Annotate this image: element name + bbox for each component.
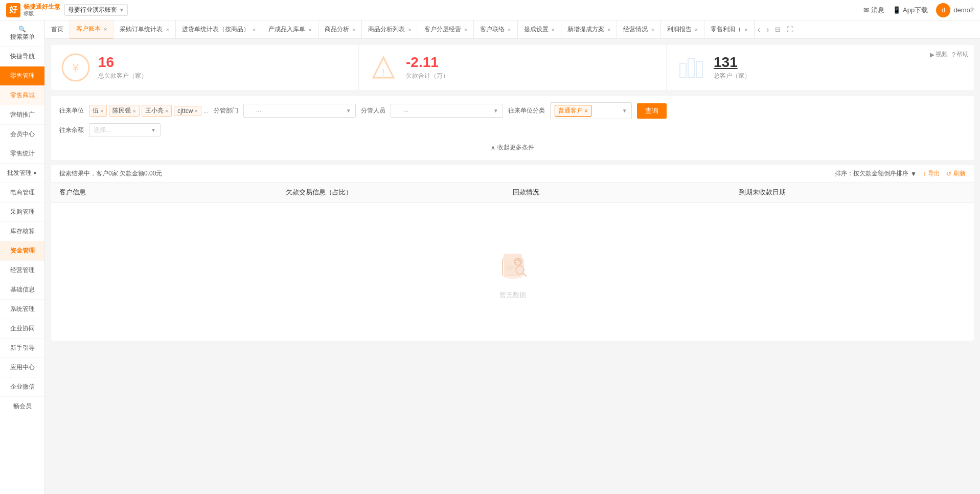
dept-more-icon[interactable]: ··· [256, 107, 261, 115]
help-btn[interactable]: ? 帮助 [952, 50, 969, 59]
export-button[interactable]: ↑ 导出 [923, 169, 940, 178]
close-icon[interactable]: × [508, 27, 511, 33]
query-button[interactable]: 查询 [637, 103, 667, 119]
search-result-info: 搜索结果中，客户0家 欠款金额0.00元 [59, 169, 162, 178]
wholesale-mgmt-label: 批发管理 [7, 169, 32, 177]
sidebar-item-enterprise-collab[interactable]: 企业协同 [0, 319, 44, 339]
close-icon[interactable]: × [166, 27, 169, 33]
close-icon[interactable]: × [552, 27, 555, 33]
tab-product-analysis[interactable]: 商品分析 × [318, 20, 362, 39]
filter-tag-wang[interactable]: 王小亮 × [142, 105, 172, 117]
sidebar: 🔍 搜索菜单 快捷导航 零售管理 零售商城 营销推广 会员中心 零售统计 批发管… [0, 20, 45, 494]
tab-product-analysis-label: 商品分析 [325, 25, 349, 34]
video-btn[interactable]: ▶ 视频 [930, 50, 948, 59]
sidebar-item-purchase-mgmt[interactable]: 采购管理 [0, 203, 44, 222]
stat-total-customers: 131 总客户（家） ▶ 视频 ? 帮助 [667, 45, 974, 90]
search-icon: 🔍 [18, 26, 26, 33]
tab-customer-contact[interactable]: 客户联络 × [474, 20, 517, 39]
sidebar-item-new-guide[interactable]: 新手引导 [0, 339, 44, 358]
sidebar-item-enterprise-wechat[interactable]: 企业微信 [0, 377, 44, 397]
category-tag-close[interactable]: × [584, 107, 588, 115]
tag-cjttcw-close[interactable]: × [194, 108, 197, 114]
sidebar-item-basic-info[interactable]: 基础信息 [0, 280, 44, 300]
stat-credit-total-label: 欠款合计（万） [406, 72, 449, 80]
user-area[interactable]: d demo2 [936, 3, 974, 17]
tab-fullscreen-btn[interactable]: ⛶ [784, 20, 796, 39]
retail-stats-label: 零售统计 [10, 150, 35, 157]
refresh-icon: ↺ [946, 170, 951, 177]
app-download-label: App下载 [903, 6, 928, 15]
svg-rect-3 [680, 63, 686, 78]
sidebar-search[interactable]: 🔍 搜索菜单 [0, 20, 44, 47]
filter-tag-wu[interactable]: 伍 × [89, 105, 107, 117]
close-icon[interactable]: × [651, 27, 654, 33]
sidebar-item-vip-member[interactable]: 畅会员 [0, 397, 44, 416]
tab-profit-report[interactable]: 利润报告 × [661, 20, 704, 39]
refresh-button[interactable]: ↺ 刷新 [946, 169, 966, 178]
close-icon[interactable]: × [104, 26, 107, 32]
account-dropdown[interactable]: 母婴行业演示账套 ▼ [64, 4, 128, 16]
filter-tag-cjttcw[interactable]: cjttcw × [174, 106, 201, 116]
sidebar-item-operation-mgmt[interactable]: 经营管理 [0, 261, 44, 280]
close-icon[interactable]: × [308, 27, 311, 33]
app-download-btn[interactable]: 📱 App下载 [893, 6, 928, 15]
category-tag-common[interactable]: 普通客户 × [555, 105, 591, 117]
person-more-icon[interactable]: ··· [403, 107, 408, 115]
sidebar-item-app-center[interactable]: 应用中心 [0, 358, 44, 377]
tag-wu-text: 伍 [93, 106, 99, 115]
tag-wu-close[interactable]: × [100, 108, 103, 114]
tab-nav-prev[interactable]: ‹ [755, 20, 763, 39]
message-btn[interactable]: ✉ 消息 [863, 6, 884, 15]
tab-expand-btn[interactable]: ⊟ [772, 20, 784, 39]
close-icon[interactable]: × [607, 27, 610, 33]
tab-nav-next[interactable]: › [763, 20, 772, 39]
tab-new-raise-plan[interactable]: 新增提成方案 × [561, 20, 617, 39]
sidebar-item-quick-nav[interactable]: 快捷导航 [0, 47, 44, 66]
dept-select[interactable]: ··· ▼ [243, 104, 356, 118]
avatar: d [936, 3, 950, 17]
sidebar-item-wholesale-mgmt[interactable]: 批发管理 ▼ [0, 164, 44, 183]
tab-product-inbound[interactable]: 产成品入库单 × [262, 20, 318, 39]
person-chevron-icon: ▼ [493, 108, 498, 114]
collapse-btn[interactable]: ∧ 收起更多条件 [59, 141, 966, 154]
unit-category-select[interactable]: 普通客户 × ▼ [550, 102, 632, 119]
tab-home[interactable]: 首页 [45, 20, 70, 39]
tab-inbound-stats[interactable]: 进货单统计表（按商品） × [176, 20, 262, 39]
retail-mgmt-label: 零售管理 [10, 72, 35, 79]
close-icon[interactable]: × [744, 27, 747, 33]
close-icon[interactable]: × [464, 27, 467, 33]
tag-chen-close[interactable]: × [132, 108, 135, 114]
svg-line-10 [523, 273, 526, 276]
sidebar-item-member-center[interactable]: 会员中心 [0, 125, 44, 144]
close-icon[interactable]: × [253, 27, 256, 33]
sidebar-item-system-mgmt[interactable]: 系统管理 [0, 300, 44, 319]
person-select[interactable]: ··· ▼ [391, 104, 503, 118]
close-icon[interactable]: × [352, 27, 355, 33]
sidebar-item-marketing[interactable]: 营销推广 [0, 105, 44, 125]
sidebar-item-ecommerce-mgmt[interactable]: 电商管理 [0, 183, 44, 203]
balance-select[interactable]: 选择... ▼ [89, 123, 161, 137]
tab-customer-segment[interactable]: 客户分层经营 × [418, 20, 474, 39]
sidebar-item-inventory[interactable]: 库存核算 [0, 222, 44, 241]
sort-button[interactable]: 排序：按欠款金额倒序排序 ▼ [835, 169, 917, 178]
filter-tag-chen[interactable]: 陈民强 × [109, 105, 139, 117]
sidebar-item-capital-mgmt[interactable]: 资金管理 [0, 241, 44, 261]
tag-wang-close[interactable]: × [165, 108, 168, 114]
svg-text:!: ! [382, 68, 384, 78]
tab-retail-profit[interactable]: 零售利润（ × [704, 20, 754, 39]
tab-product-analysis-list[interactable]: 商品分析列表 × [362, 20, 418, 39]
tab-raise-settings[interactable]: 提成设置 × [518, 20, 561, 39]
close-icon[interactable]: × [408, 27, 411, 33]
filter-more-btn[interactable]: ... [203, 107, 209, 115]
tab-operation-status[interactable]: 经营情况 × [617, 20, 660, 39]
close-icon[interactable]: × [695, 27, 698, 33]
message-label: 消息 [871, 6, 884, 15]
sidebar-item-retail-stats[interactable]: 零售统计 [0, 144, 44, 164]
person-filter-label: 分管人员 [361, 106, 385, 115]
tab-purchase-stats[interactable]: 采购订单统计表 × [113, 20, 175, 39]
top-bar-left: 好 畅捷通好生意 标版 母婴行业演示账套 ▼ [6, 3, 128, 17]
tab-customer-accounts[interactable]: 客户账本 × [70, 20, 113, 39]
sidebar-item-retail-mgmt[interactable]: 零售管理 [0, 66, 44, 86]
app-name: 畅捷通好生意 [24, 3, 60, 10]
sidebar-item-retail-mall[interactable]: 零售商城 [0, 86, 44, 105]
